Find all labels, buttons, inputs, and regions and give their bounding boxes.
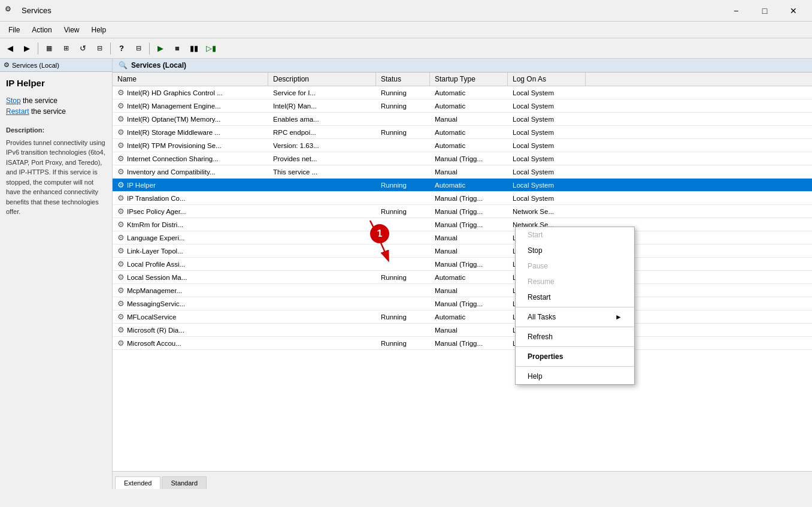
cell-startup: Manual (Trigg...: [430, 152, 508, 165]
restart-service-link[interactable]: Restart: [6, 107, 29, 116]
table-row[interactable]: ⚙Intel(R) HD Graphics Control ...Service…: [113, 86, 812, 99]
table-row[interactable]: ⚙MFLocalServiceRunningAutomaticLocal Sys…: [113, 310, 812, 324]
cell-description: Enables ama...: [268, 113, 376, 125]
cell-description: This service ...: [268, 165, 376, 178]
ctx-restart[interactable]: Restart: [516, 289, 634, 305]
table-row[interactable]: ⚙Local Session Ma...RunningAutomaticLoca…: [113, 271, 812, 284]
cell-description: Intel(R) Man...: [268, 99, 376, 112]
gear-icon: ⚙: [117, 141, 125, 150]
export-button[interactable]: ⊟: [92, 41, 107, 56]
table-row[interactable]: ⚙Inventory and Compatibility...This serv…: [113, 165, 812, 179]
help-button[interactable]: ?: [114, 41, 129, 56]
stop-service-link[interactable]: Stop: [6, 96, 21, 105]
cell-description: [268, 179, 376, 191]
cell-startup: Automatic: [430, 126, 508, 138]
cell-startup: Manual: [430, 113, 508, 125]
gear-icon: ⚙: [117, 207, 125, 216]
menu-help[interactable]: Help: [86, 23, 113, 37]
table-row[interactable]: ⚙Link-Layer Topol...ManualLocal Service: [113, 245, 812, 258]
cell-name: ⚙Intel(R) HD Graphics Control ...: [113, 86, 268, 99]
left-panel-title[interactable]: Services (Local): [12, 62, 59, 69]
col-name[interactable]: Name: [113, 73, 268, 86]
cell-status: [376, 297, 430, 310]
table-row[interactable]: ⚙IP HelperRunningAutomaticLocal System: [113, 179, 812, 192]
cell-logon: Local System: [508, 192, 586, 204]
ctx-refresh[interactable]: Refresh: [516, 329, 634, 345]
menu-view[interactable]: View: [58, 23, 86, 37]
cell-status: [376, 245, 430, 257]
col-status[interactable]: Status: [376, 73, 430, 86]
col-logon[interactable]: Log On As: [508, 73, 586, 86]
table-row[interactable]: ⚙McpManagemer...ManualLocal System: [113, 284, 812, 297]
view-icons-button[interactable]: ⊟: [131, 41, 146, 56]
ctx-help[interactable]: Help: [516, 369, 634, 384]
cell-name-text: Microsoft (R) Dia...: [127, 327, 184, 334]
pause-service-button[interactable]: ▮▮: [186, 41, 202, 56]
table-row[interactable]: ⚙Local Profile Assi...Manual (Trigg...Lo…: [113, 258, 812, 271]
left-panel: ⚙ Services (Local) IP Helper Stop the se…: [0, 59, 113, 489]
table-row[interactable]: ⚙Intel(R) TPM Provisioning Se...Version:…: [113, 139, 812, 152]
cell-name-text: McpManagemer...: [127, 287, 182, 294]
cell-status: [376, 284, 430, 297]
back-button[interactable]: ◀: [2, 41, 18, 56]
left-panel-content: IP Helper Stop the service Restart the s…: [0, 72, 112, 489]
console-tree-button[interactable]: ▦: [41, 41, 57, 56]
ctx-resume[interactable]: Resume: [516, 274, 634, 289]
cell-name: ⚙KtmRm for Distri...: [113, 218, 268, 231]
cell-logon: Local System: [508, 99, 586, 112]
table-row[interactable]: ⚙Intel(R) Storage Middleware ...RPC endp…: [113, 126, 812, 139]
table-row[interactable]: ⚙Intel(R) Optane(TM) Memory...Enables am…: [113, 113, 812, 126]
gear-icon: ⚙: [117, 286, 125, 295]
close-button[interactable]: ✕: [780, 0, 807, 22]
maximize-button[interactable]: □: [751, 0, 778, 22]
refresh-button[interactable]: ↺: [75, 41, 90, 56]
ctx-alltasks[interactable]: All Tasks ►: [516, 309, 634, 325]
col-startup[interactable]: Startup Type: [430, 73, 508, 86]
tab-extended[interactable]: Extended: [115, 476, 160, 489]
table-row[interactable]: ⚙Intel(R) Management Engine...Intel(R) M…: [113, 99, 812, 113]
cell-name: ⚙Language Experi...: [113, 231, 268, 244]
table-row[interactable]: ⚙Language Experi...ManualLocal System: [113, 231, 812, 245]
gear-icon: ⚙: [117, 339, 125, 348]
cell-logon: Local System: [508, 179, 586, 191]
table-row[interactable]: ⚙MessagingServic...Manual (Trigg...Local…: [113, 297, 812, 310]
table-row[interactable]: ⚙Internet Connection Sharing...Provides …: [113, 152, 812, 165]
table-row[interactable]: ⚙Microsoft Accou...RunningManual (Trigg.…: [113, 337, 812, 350]
cell-description: [268, 284, 376, 297]
cell-name-text: Internet Connection Sharing...: [127, 155, 219, 162]
cell-startup: Manual: [430, 245, 508, 257]
tab-standard[interactable]: Standard: [162, 476, 207, 489]
minimize-button[interactable]: −: [722, 0, 750, 22]
cell-startup: Manual (Trigg...: [430, 258, 508, 270]
cell-name: ⚙Microsoft Accou...: [113, 337, 268, 349]
gear-icon: ⚙: [117, 312, 125, 321]
resume-service-button[interactable]: ▷▮: [203, 41, 219, 56]
cell-status: [376, 152, 430, 165]
stop-service-button[interactable]: ■: [169, 41, 185, 56]
ctx-start[interactable]: Start: [516, 227, 634, 243]
menu-file[interactable]: File: [2, 23, 26, 37]
services-table[interactable]: Name Description Status Startup Type Log…: [113, 73, 812, 471]
table-row[interactable]: ⚙KtmRm for Distri...Manual (Trigg...Netw…: [113, 218, 812, 231]
ctx-sep-2: [516, 327, 634, 327]
gear-icon: ⚙: [117, 259, 125, 268]
forward-button[interactable]: ▶: [19, 41, 35, 56]
table-row[interactable]: ⚙IP Translation Co...Manual (Trigg...Loc…: [113, 192, 812, 205]
cell-name: ⚙Microsoft (R) Dia...: [113, 324, 268, 336]
cell-status: [376, 113, 430, 125]
table-row[interactable]: ⚙Microsoft (R) Dia...ManualLocal System: [113, 324, 812, 337]
cell-status: Running: [376, 99, 430, 112]
ctx-pause[interactable]: Pause: [516, 258, 634, 274]
search-icon: 🔍: [119, 61, 128, 70]
ctx-stop[interactable]: Stop: [516, 243, 634, 258]
menu-action[interactable]: Action: [26, 23, 57, 37]
cell-status: [376, 165, 430, 178]
properties-list-button[interactable]: ⊞: [58, 41, 74, 56]
col-description[interactable]: Description: [268, 73, 376, 86]
ctx-properties[interactable]: Properties: [516, 349, 634, 364]
cell-name-text: Intel(R) Management Engine...: [127, 102, 221, 110]
table-row[interactable]: ⚙IPsec Policy Ager...RunningManual (Trig…: [113, 205, 812, 218]
cell-name-text: Intel(R) Optane(TM) Memory...: [127, 116, 220, 123]
run-service-button[interactable]: ▶: [153, 41, 168, 56]
toolbar: ◀ ▶ ▦ ⊞ ↺ ⊟ ? ⊟ ▶ ■ ▮▮ ▷▮: [0, 38, 812, 59]
